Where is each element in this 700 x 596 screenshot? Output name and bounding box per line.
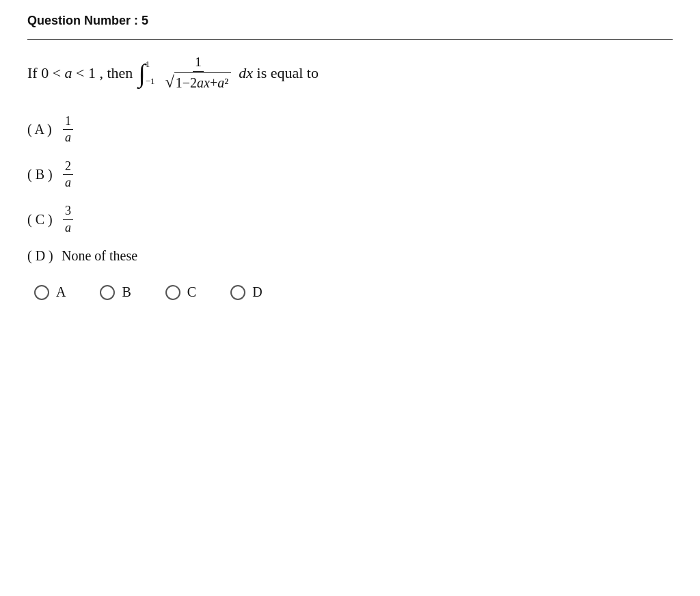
integrand-denominator: √ 1−2ax+a² xyxy=(163,72,234,93)
radio-label-a: A xyxy=(56,284,66,300)
integrand-numerator: 1 xyxy=(193,53,204,72)
radio-label-d: D xyxy=(252,284,262,300)
integral-symbol: ∫ xyxy=(138,60,145,86)
radio-circle-c[interactable] xyxy=(165,285,180,300)
option-a: ( A ) 1 a xyxy=(27,113,673,146)
option-a-value: 1 a xyxy=(62,113,75,146)
integral-upper: 1 xyxy=(146,57,150,72)
sqrt-radicand: 1−2ax+a² xyxy=(174,72,231,92)
radio-option-b[interactable]: B xyxy=(100,284,131,300)
question-text-before: If 0 < a < 1 , then xyxy=(27,61,133,85)
radio-label-c: C xyxy=(187,284,196,300)
radio-circle-a[interactable] xyxy=(34,285,49,300)
option-d: ( D ) None of these xyxy=(27,248,673,264)
radio-circle-b[interactable] xyxy=(100,285,115,300)
header-divider xyxy=(27,39,673,40)
option-c-denominator: a xyxy=(63,220,73,236)
question-header: Question Number : 5 xyxy=(27,14,673,40)
integrand-fraction: 1 √ 1−2ax+a² xyxy=(163,53,234,93)
option-d-label: ( D ) xyxy=(27,248,55,264)
integral-lower: −1 xyxy=(146,74,155,89)
question-title: Question Number : 5 xyxy=(27,14,673,33)
sqrt-symbol: √ xyxy=(165,72,174,93)
option-c-label: ( C ) xyxy=(27,212,55,228)
option-b-numerator: 2 xyxy=(63,159,73,175)
integral-limits: 1 −1 xyxy=(146,57,155,89)
radio-option-a[interactable]: A xyxy=(34,284,66,300)
options-list: ( A ) 1 a ( B ) 2 a ( C ) 3 a ( D ) xyxy=(27,113,673,264)
option-d-value: None of these xyxy=(62,248,137,264)
option-a-denominator: a xyxy=(63,130,73,146)
question-text-after: dx is equal to xyxy=(239,61,319,85)
question-body: If 0 < a < 1 , then ∫ 1 −1 1 √ 1−2ax+a² … xyxy=(27,53,673,93)
radio-circle-d[interactable] xyxy=(230,285,245,300)
radio-group: A B C D xyxy=(34,284,673,300)
option-b-value: 2 a xyxy=(62,159,75,191)
radio-option-d[interactable]: D xyxy=(230,284,262,300)
option-c-value: 3 a xyxy=(62,203,75,236)
option-a-numerator: 1 xyxy=(63,113,73,130)
sqrt-expression: √ 1−2ax+a² xyxy=(165,72,232,93)
option-a-label: ( A ) xyxy=(27,122,55,137)
option-c: ( C ) 3 a xyxy=(27,203,673,236)
option-b-label: ( B ) xyxy=(27,167,55,182)
option-c-numerator: 3 xyxy=(63,203,73,219)
option-b-denominator: a xyxy=(63,175,73,191)
radio-label-b: B xyxy=(122,284,131,300)
integral-expression: ∫ 1 −1 xyxy=(137,57,157,89)
radio-option-c[interactable]: C xyxy=(165,284,196,300)
option-b: ( B ) 2 a xyxy=(27,159,673,191)
